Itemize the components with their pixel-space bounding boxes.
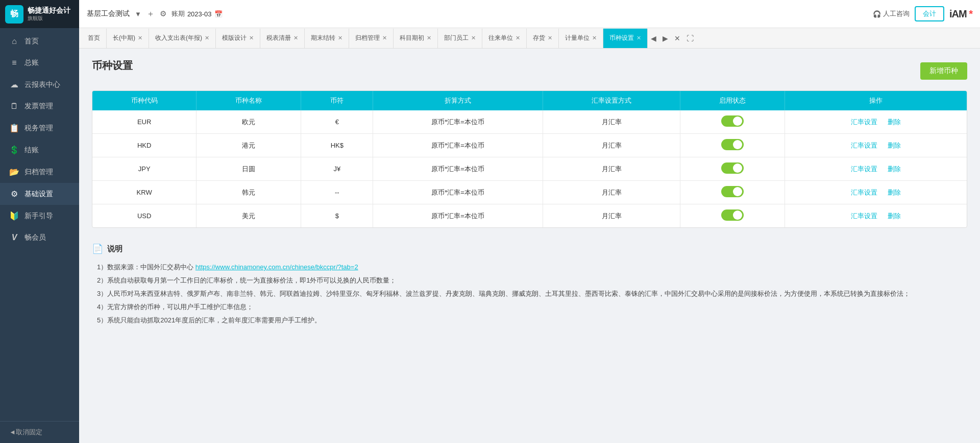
tab-partner[interactable]: 往来单位 ✕ [482,29,527,48]
tab-currency[interactable]: 币种设置 ✕ [603,29,648,48]
home-icon: ⌂ [9,37,19,46]
tab-income[interactable]: 收入支出表(年报) ✕ [149,29,216,48]
tab-expand-btn[interactable]: ⛶ [683,29,697,48]
currency-table: 币种代码 币种名称 币符 折算方式 汇率设置方式 启用状态 操作 EUR 欧元 … [92,90,967,228]
cell-status[interactable] [680,110,785,134]
sidebar-pin-toggle[interactable]: ◄取消固定 [0,421,79,443]
status-toggle[interactable] [721,115,744,127]
delete-link[interactable]: 删除 [888,165,901,173]
sidebar-label-guide: 新手引导 [24,212,53,221]
cell-status[interactable] [680,204,785,228]
account-button[interactable]: 会计 [915,6,944,21]
tab-period[interactable]: 长(中期) ✕ [107,29,149,48]
rate-setting-link[interactable]: 汇率设置 [851,189,877,196]
rate-setting-link[interactable]: 汇率设置 [851,165,877,173]
tab-close-inventory[interactable]: ✕ [548,35,552,41]
tab-close-currency[interactable]: ✕ [636,35,641,41]
notes-link[interactable]: https://www.chinamoney.com.cn/chinese/bk… [195,263,358,271]
sidebar-item-guide[interactable]: 🔰 新手引导 [0,205,79,227]
table-row: HKD 港元 HK$ 原币*汇率=本位币 月汇率 汇率设置 删除 [92,134,967,157]
delete-link[interactable]: 删除 [888,142,901,149]
tab-close-all-btn[interactable]: ✕ [671,29,683,48]
rate-setting-link[interactable]: 汇率设置 [851,118,877,126]
tab-home[interactable]: 首页 [82,29,107,48]
tab-close-subjects[interactable]: ✕ [427,35,431,41]
sidebar-item-invoice[interactable]: 🗒 发票管理 [0,96,79,117]
th-rate-type: 汇率设置方式 [543,91,680,110]
cell-actions: 汇率设置 删除 [785,110,967,134]
notes-item: 4）无官方牌价的币种，可以用户手工维护汇率信息； [97,300,967,314]
sidebar-item-settings[interactable]: ⚙ 基础设置 [0,183,79,205]
table-row: JPY 日圆 J¥ 原币*汇率=本位币 月汇率 汇率设置 删除 [92,157,967,181]
tab-close-unit[interactable]: ✕ [592,35,597,41]
settings-gear-icon[interactable]: ⚙ [160,9,166,18]
add-company-icon[interactable]: ＋ [146,9,155,19]
status-toggle[interactable] [721,162,744,174]
sidebar-label-checkout: 结账 [24,146,39,155]
currency-data-table: 币种代码 币种名称 币符 折算方式 汇率设置方式 启用状态 操作 EUR 欧元 … [92,91,967,227]
cell-method: 原币*汇率=本位币 [373,134,543,157]
status-toggle[interactable] [721,209,744,221]
cell-status[interactable] [680,181,785,204]
sidebar-label-tax: 税务管理 [24,124,53,133]
cell-symbol: J¥ [301,157,373,181]
cell-rate-type: 月汇率 [543,204,680,228]
tab-subjects[interactable]: 科目期初 ✕ [394,29,438,48]
tab-close-template[interactable]: ✕ [249,35,254,41]
status-toggle[interactable] [721,186,744,197]
sidebar-label-archive: 归档管理 [24,168,53,177]
sidebar-item-archive[interactable]: 📂 归档管理 [0,161,79,183]
tab-close-tax[interactable]: ✕ [293,35,298,41]
tab-close-archive[interactable]: ✕ [382,35,387,41]
cell-code: EUR [92,110,197,134]
calendar-icon[interactable]: 📅 [214,10,223,18]
tab-inventory[interactable]: 存货 ✕ [527,29,559,48]
sidebar-item-report[interactable]: ☁ 云报表中心 [0,74,79,96]
table-row: KRW 韩元 -- 原币*汇率=本位币 月汇率 汇率设置 删除 [92,181,967,204]
sidebar-header: 畅 畅捷通好会计 旗舰版 [0,0,79,28]
sidebar-label-invoice: 发票管理 [24,102,53,111]
tab-tax[interactable]: 税表清册 ✕ [260,29,305,48]
tab-close-income[interactable]: ✕ [205,35,209,41]
cell-status[interactable] [680,157,785,181]
tab-next-btn[interactable]: ▶ [659,29,671,48]
th-status: 启用状态 [680,91,785,110]
tabbar: 首页 长(中期) ✕ 收入支出表(年报) ✕ 模版设计 ✕ 税表清册 ✕ 期末结… [79,28,980,49]
cell-status[interactable] [680,134,785,157]
rate-setting-link[interactable]: 汇率设置 [851,212,877,220]
tab-prev-btn[interactable]: ◀ [648,29,659,48]
cell-method: 原币*汇率=本位币 [373,181,543,204]
cell-symbol: € [301,110,373,134]
cell-name: 港元 [197,134,301,157]
delete-link[interactable]: 删除 [888,212,901,220]
tab-close-period[interactable]: ✕ [138,35,142,41]
period-value: 2023-03 [187,10,212,18]
tab-archive[interactable]: 归档管理 ✕ [349,29,394,48]
sidebar-item-home[interactable]: ⌂ 首页 [0,31,79,52]
status-toggle[interactable] [721,139,744,150]
cell-rate-type: 月汇率 [543,157,680,181]
company-name: 基层工会测试 [87,9,130,18]
rate-setting-link[interactable]: 汇率设置 [851,142,877,149]
sidebar-item-checkout[interactable]: 💲 结账 [0,139,79,161]
notes-item: 3）人民币对马来西亚林吉特、俄罗斯卢布、南非兰特、韩元、阿联酋迪拉姆、沙特里亚尔… [97,287,967,300]
delete-link[interactable]: 删除 [888,189,901,196]
tab-dept[interactable]: 部门员工 ✕ [438,29,482,48]
add-currency-button[interactable]: 新增币种 [920,62,967,80]
sidebar-item-ledger[interactable]: ≡ 总账 [0,52,79,74]
period-label: 账期 2023-03 📅 [172,9,223,18]
tab-close-dept[interactable]: ✕ [471,35,476,41]
tab-period-end[interactable]: 期末结转 ✕ [305,29,349,48]
tab-close-partner[interactable]: ✕ [516,35,520,41]
tab-close-period-end[interactable]: ✕ [338,35,342,41]
sidebar-item-member[interactable]: V 畅会员 [0,227,79,248]
cell-code: HKD [92,134,197,157]
service-btn[interactable]: 🎧 人工咨询 [873,9,910,18]
delete-link[interactable]: 删除 [888,118,901,126]
cell-code: KRW [92,181,197,204]
tab-unit[interactable]: 计量单位 ✕ [559,29,603,48]
sidebar-item-tax[interactable]: 📋 税务管理 [0,117,79,139]
table-header-row: 币种代码 币种名称 币符 折算方式 汇率设置方式 启用状态 操作 [92,91,967,110]
tab-template[interactable]: 模版设计 ✕ [216,29,260,48]
company-dropdown-icon[interactable]: ▼ [135,10,141,18]
